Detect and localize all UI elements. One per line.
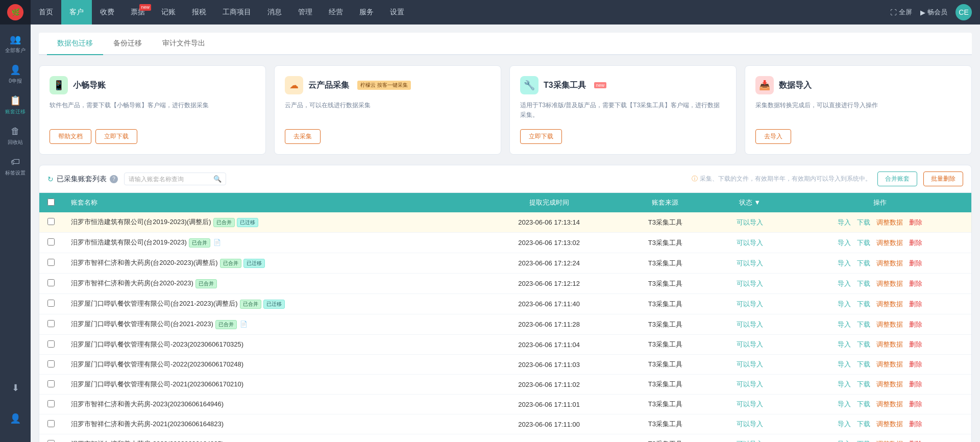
nav-manage[interactable]: 管理 <box>290 0 321 24</box>
help-doc-button[interactable]: 帮助文档 <box>50 129 91 144</box>
download-now-button[interactable]: 立即下载 <box>95 129 137 144</box>
go-collect-button[interactable]: 去采集 <box>285 129 321 144</box>
action-下载[interactable]: 下载 <box>857 300 870 309</box>
action-调整数据[interactable]: 调整数据 <box>876 380 903 389</box>
action-删除[interactable]: 删除 <box>909 238 922 248</box>
action-导入[interactable]: 导入 <box>838 439 851 442</box>
action-删除[interactable]: 删除 <box>909 259 922 268</box>
search-icon[interactable]: 🔍 <box>213 175 222 183</box>
action-调整数据[interactable]: 调整数据 <box>876 238 903 248</box>
action-调整数据[interactable]: 调整数据 <box>876 259 903 268</box>
help-icon[interactable]: ? <box>110 175 118 183</box>
select-all-checkbox[interactable] <box>47 199 55 206</box>
action-导入[interactable]: 导入 <box>838 400 851 409</box>
sidebar-item-recycle[interactable]: 🗑 回收站 <box>0 120 31 151</box>
batch-delete-button[interactable]: 批量删除 <box>923 171 963 186</box>
action-下载[interactable]: 下载 <box>857 259 870 268</box>
action-调整数据[interactable]: 调整数据 <box>876 300 903 309</box>
user-avatar[interactable]: CE <box>955 4 972 20</box>
action-导入[interactable]: 导入 <box>838 320 851 329</box>
sidebar-download[interactable]: ⬇ <box>0 373 31 403</box>
action-导入[interactable]: 导入 <box>838 360 851 369</box>
action-删除[interactable]: 删除 <box>909 380 922 389</box>
action-调整数据[interactable]: 调整数据 <box>876 340 903 349</box>
action-下载[interactable]: 下载 <box>857 340 870 349</box>
action-下载[interactable]: 下载 <box>857 420 870 429</box>
row-checkbox[interactable] <box>47 340 55 348</box>
refresh-icon[interactable]: ↻ <box>47 175 54 183</box>
download-t3-button[interactable]: 立即下载 <box>520 129 562 144</box>
row-checkbox[interactable] <box>47 218 55 225</box>
action-删除[interactable]: 删除 <box>909 300 922 309</box>
row-checkbox[interactable] <box>47 320 55 327</box>
action-删除[interactable]: 删除 <box>909 218 922 227</box>
action-删除[interactable]: 删除 <box>909 279 922 288</box>
merge-account-button[interactable]: 合并账套 <box>877 171 917 186</box>
row-checkbox[interactable] <box>47 259 55 266</box>
nav-invoice[interactable]: 票据 new <box>122 0 153 24</box>
action-导入[interactable]: 导入 <box>838 380 851 389</box>
nav-business[interactable]: 工商项目 <box>214 0 259 24</box>
search-input[interactable] <box>129 176 210 183</box>
sidebar-item-zero-report[interactable]: 👤 0申报 <box>0 59 31 90</box>
action-下载[interactable]: 下载 <box>857 279 870 288</box>
action-调整数据[interactable]: 调整数据 <box>876 439 903 442</box>
action-调整数据[interactable]: 调整数据 <box>876 218 903 227</box>
fullscreen-button[interactable]: ⛶ 全屏 <box>890 8 912 17</box>
sidebar-item-account-migration[interactable]: 📋 账套迁移 <box>0 90 31 120</box>
row-checkbox[interactable] <box>47 279 55 286</box>
action-导入[interactable]: 导入 <box>838 238 851 248</box>
sidebar-user[interactable]: 👤 <box>0 403 31 434</box>
nav-message[interactable]: 消息 <box>259 0 290 24</box>
col-status[interactable]: 状态 ▼ <box>711 193 789 212</box>
action-导入[interactable]: 导入 <box>838 218 851 227</box>
sidebar-item-all-customers[interactable]: 👥 全部客户 <box>0 29 31 59</box>
nav-billing[interactable]: 收费 <box>92 0 122 24</box>
action-删除[interactable]: 删除 <box>909 439 922 442</box>
action-导入[interactable]: 导入 <box>838 420 851 429</box>
nav-account[interactable]: 记账 <box>153 0 184 24</box>
action-下载[interactable]: 下载 <box>857 400 870 409</box>
nav-settings[interactable]: 设置 <box>382 0 412 24</box>
action-调整数据[interactable]: 调整数据 <box>876 400 903 409</box>
action-删除[interactable]: 删除 <box>909 400 922 409</box>
vip-button[interactable]: ▶ 畅会员 <box>920 8 947 17</box>
row-checkbox[interactable] <box>47 300 55 307</box>
nav-customer[interactable]: 客户 <box>61 0 92 24</box>
row-checkbox[interactable] <box>47 238 55 245</box>
row-checkbox[interactable] <box>47 380 55 387</box>
action-导入[interactable]: 导入 <box>838 340 851 349</box>
tab-backup-migration[interactable]: 备份迁移 <box>103 33 152 55</box>
action-下载[interactable]: 下载 <box>857 320 870 329</box>
action-下载[interactable]: 下载 <box>857 238 870 248</box>
action-导入[interactable]: 导入 <box>838 279 851 288</box>
action-导入[interactable]: 导入 <box>838 300 851 309</box>
action-删除[interactable]: 删除 <box>909 360 922 369</box>
row-checkbox[interactable] <box>47 440 55 443</box>
sidebar-item-tag-settings[interactable]: 🏷 标签设置 <box>0 151 31 182</box>
action-调整数据[interactable]: 调整数据 <box>876 360 903 369</box>
nav-home[interactable]: 首页 <box>31 0 61 24</box>
action-调整数据[interactable]: 调整数据 <box>876 420 903 429</box>
action-删除[interactable]: 删除 <box>909 340 922 349</box>
row-checkbox[interactable] <box>47 400 55 407</box>
action-导入[interactable]: 导入 <box>838 259 851 268</box>
go-import-button[interactable]: 去导入 <box>755 129 791 144</box>
action-下载[interactable]: 下载 <box>857 380 870 389</box>
nav-tax[interactable]: 报税 <box>184 0 214 24</box>
search-box[interactable]: 🔍 <box>124 173 226 185</box>
action-下载[interactable]: 下载 <box>857 439 870 442</box>
tab-audit-export[interactable]: 审计文件导出 <box>152 33 215 55</box>
nav-service[interactable]: 服务 <box>351 0 382 24</box>
file-icon[interactable]: 📄 <box>213 239 221 246</box>
action-调整数据[interactable]: 调整数据 <box>876 279 903 288</box>
action-调整数据[interactable]: 调整数据 <box>876 320 903 329</box>
file-icon[interactable]: 📄 <box>240 321 248 328</box>
nav-operation[interactable]: 经营 <box>321 0 351 24</box>
row-checkbox[interactable] <box>47 360 55 367</box>
action-下载[interactable]: 下载 <box>857 360 870 369</box>
action-下载[interactable]: 下载 <box>857 218 870 227</box>
action-删除[interactable]: 删除 <box>909 420 922 429</box>
row-checkbox[interactable] <box>47 420 55 427</box>
tab-data-migration[interactable]: 数据包迁移 <box>47 33 103 55</box>
